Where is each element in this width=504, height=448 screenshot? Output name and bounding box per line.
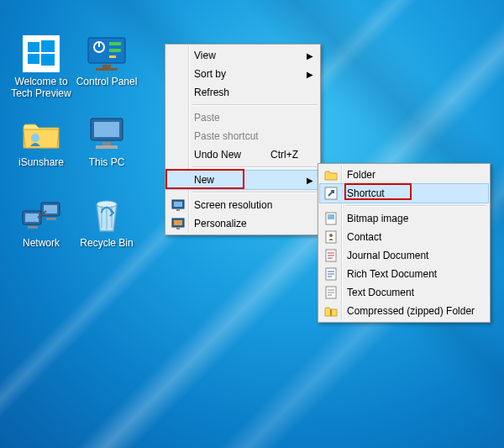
svg-rect-17 [96,145,118,149]
submenu-folder[interactable]: Folder [320,166,488,184]
menu-separator [345,205,486,207]
icon-label: Welcome to Tech Preview [11,76,71,100]
menu-refresh[interactable]: Refresh [167,83,318,102]
submenu-arrow-icon: ▶ [307,176,313,185]
recycle-bin-icon[interactable]: Recycle Bin [74,195,139,272]
menu-label: Shortcut [347,187,385,199]
svg-point-13 [31,134,39,142]
svg-rect-4 [41,54,55,66]
menu-label: Compressed (zipped) Folder [347,305,475,317]
svg-rect-9 [109,49,121,52]
svg-rect-8 [109,42,121,45]
screen-resolution-icon [171,198,186,213]
menu-new[interactable]: New ▶ [166,170,319,190]
this-pc-icon[interactable]: This PC [74,114,139,192]
menu-label: Contact [347,231,381,243]
menu-label: Undo New [194,149,241,161]
submenu-text[interactable]: Text Document [320,283,488,302]
personalize-icon [171,216,186,231]
context-menu: View ▶ Sort by ▶ Refresh Paste Paste sho… [165,44,321,235]
bitmap-icon [323,211,339,226]
menu-label: Paste shortcut [194,130,259,142]
svg-rect-11 [102,65,111,68]
isunshare-icon[interactable]: iSunshare [8,114,74,192]
svg-rect-19 [25,213,39,222]
menu-label: Sort by [194,68,226,80]
svg-rect-3 [28,54,39,64]
svg-rect-15 [94,122,119,137]
folder-user-icon [21,114,61,155]
submenu-arrow-icon: ▶ [307,70,313,79]
menu-label: Text Document [347,287,414,298]
menu-label: Screen resolution [194,199,272,211]
submenu-contact[interactable]: Contact [320,228,488,246]
svg-rect-26 [174,202,182,207]
submenu-arrow-icon: ▶ [307,51,313,61]
svg-rect-33 [328,214,334,219]
svg-rect-49 [330,309,332,316]
svg-rect-29 [174,220,182,225]
folder-icon [323,167,339,182]
menu-label: Bitmap image [347,213,408,224]
svg-point-36 [329,234,333,237]
menu-view[interactable]: View ▶ [167,46,318,65]
icon-label: iSunshare [18,156,64,168]
menu-label: Folder [347,169,375,181]
network-icon[interactable]: Network [8,195,74,272]
desktop-icons: Welcome to Tech Preview Control Panel [8,34,139,272]
text-icon [323,285,339,300]
menu-personalize[interactable]: Personalize [167,214,318,233]
menu-separator [192,166,317,168]
icon-label: Control Panel [76,76,138,87]
svg-rect-23 [46,218,56,220]
recycle-bin-glyph-icon [87,195,127,235]
menu-label: Paste [194,112,220,124]
menu-label: Refresh [194,87,229,98]
icon-label: This PC [89,156,125,168]
svg-rect-1 [28,42,39,52]
menu-paste: Paste [167,108,318,127]
journal-icon [323,248,339,263]
submenu-zip[interactable]: Compressed (zipped) Folder [320,302,488,320]
svg-rect-30 [176,228,180,229]
control-panel-glyph-icon [87,34,127,74]
menu-label: New [194,174,214,186]
desktop[interactable]: Welcome to Tech Preview Control Panel [0,0,504,448]
svg-rect-2 [41,40,55,52]
menu-sort-by[interactable]: Sort by ▶ [167,65,318,83]
shortcut-icon [323,186,339,201]
icon-label: Network [23,237,60,249]
svg-rect-22 [28,226,38,229]
svg-rect-12 [96,68,118,71]
svg-point-34 [328,215,330,217]
submenu-rtf[interactable]: Rich Text Document [320,265,488,283]
menu-separator [192,192,317,193]
submenu-shortcut[interactable]: Shortcut [319,183,489,203]
menu-label: Rich Text Document [347,268,437,280]
control-panel-icon[interactable]: Control Panel [74,34,139,111]
submenu-bitmap[interactable]: Bitmap image [320,209,488,228]
menu-screen-resolution[interactable]: Screen resolution [167,196,318,214]
welcome-icon[interactable]: Welcome to Tech Preview [8,34,74,111]
svg-rect-27 [176,209,180,211]
svg-rect-10 [109,55,116,58]
windows-logo-icon [21,34,61,74]
computer-icon [87,114,127,155]
menu-label: View [194,50,216,61]
rtf-icon [323,266,339,282]
submenu-journal[interactable]: Journal Document [320,246,488,265]
contact-icon [323,229,339,245]
menu-label: Journal Document [347,250,428,261]
zip-folder-icon [323,303,339,319]
menu-paste-shortcut: Paste shortcut [167,127,318,145]
menu-separator [192,104,317,106]
menu-label: Personalize [194,218,247,229]
new-submenu: Folder Shortcut Bitmap image Contact [318,163,491,323]
svg-rect-16 [102,142,111,145]
menu-undo-new[interactable]: Undo New Ctrl+Z [167,145,318,164]
icon-label: Recycle Bin [80,237,133,249]
network-glyph-icon [21,195,61,235]
menu-shortcut: Ctrl+Z [270,149,298,161]
